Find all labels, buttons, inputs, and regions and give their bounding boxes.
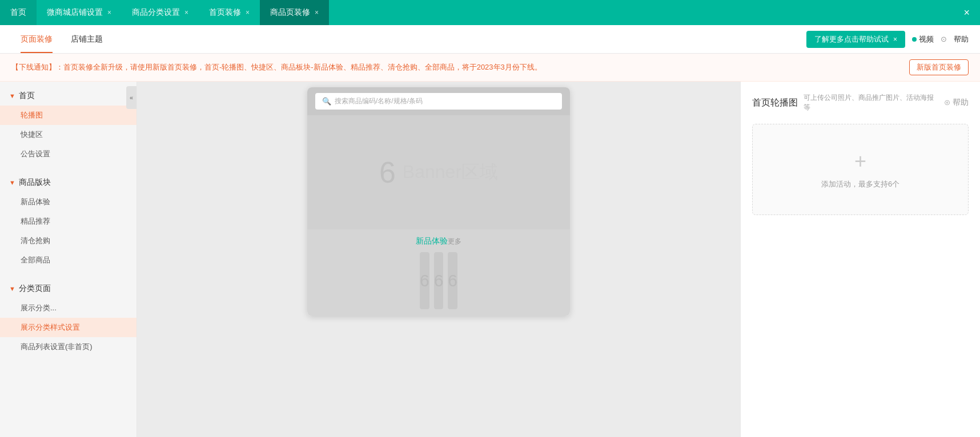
nav-tab-store-settings[interactable]: 微商城店铺设置 × [37,0,122,25]
search-placeholder: 搜索商品编码/名称/规格/条码 [335,96,423,106]
video-button[interactable]: 视频 [912,34,934,44]
add-area[interactable]: + 添加活动，最多支持6个 [752,124,969,215]
right-help-icon[interactable]: ⊙ 帮助 [944,98,969,108]
sidebar-item-show-category[interactable]: 展示分类... [0,298,136,318]
phone-frame: 🔍 搜索商品编码/名称/规格/条码 6 Banner区域 新品体验 更多 6 [307,87,570,316]
right-panel-description: 可上传公司照片、商品推广图片、活动海报等 [804,93,938,112]
product-placeholder-2: 6 [434,252,444,309]
nav-tab-store-settings-label: 微商城店铺设置 [47,7,103,18]
sidebar-item-featured-label: 精品推荐 [21,217,50,225]
sidebar-item-new-experience-label: 新品体验 [21,197,50,206]
sidebar-item-notice-label: 公告设置 [21,149,50,158]
help-text[interactable]: 帮助 [954,34,969,44]
top-nav: 首页 微商城店铺设置 × 商品分类设置 × 首页装修 × 商品页装修 × × [0,0,980,25]
notice-text: 【下线通知】：首页装修全新升级，请使用新版首页装修，首页-轮播图、快捷区、商品板… [11,62,902,72]
sidebar-item-slider[interactable]: 轮播图 [0,106,136,125]
sidebar-collapse-button[interactable]: « [126,86,136,109]
sidebar-item-shortcuts-label: 快捷区 [21,130,43,139]
nav-tab-category-settings[interactable]: 商品分类设置 × [122,0,199,25]
new-home-decorate-button[interactable]: 新版首页装修 [909,59,969,75]
nav-tab-product-decorate-close[interactable]: × [315,9,319,17]
sidebar-group-product-block-label: 商品版块 [19,177,51,188]
nav-tab-product-decorate[interactable]: 商品页装修 × [260,0,329,25]
nav-tab-category-settings-label: 商品分类设置 [132,7,180,18]
product-placeholder-3: 6 [448,252,457,309]
help-banner-close[interactable]: × [893,35,897,43]
sidebar-item-clearance[interactable]: 清仓抢购 [0,231,136,250]
sidebar-group-category-page-label: 分类页面 [19,284,51,294]
banner-text: Banner区域 [403,160,498,185]
nav-tab-home-decorate-label: 首页装修 [209,7,241,18]
nav-tab-store-settings-close[interactable]: × [107,9,111,17]
nav-tab-home-decorate[interactable]: 首页装修 × [199,0,260,25]
banner-logo-icon: 6 [379,155,396,189]
nav-tab-home-label: 首页 [10,7,26,18]
sidebar-item-category-style[interactable]: 展示分类样式设置 [0,318,136,337]
sub-tab-page-decorate-label: 页面装修 [21,34,53,44]
sidebar-item-product-list-settings-label: 商品列表设置(非首页) [21,342,93,351]
video-dot-icon [912,37,917,42]
sub-tab-store-theme-label: 店铺主题 [71,34,103,44]
add-label: 添加活动，最多支持6个 [821,179,899,189]
nav-tab-home-decorate-close[interactable]: × [246,9,250,17]
banner-logo: 6 Banner区域 [379,155,498,189]
arrow-category-page-icon: ▼ [9,285,15,292]
product-grid: 6 6 6 [420,252,457,309]
sidebar-item-category-style-label: 展示分类样式设置 [21,323,80,331]
sub-header: 页面装修 店铺主题 了解更多点击帮助试试 × 视频 ⊙ 帮助 [0,25,980,54]
sub-tab-page-decorate[interactable]: 页面装修 [11,25,62,53]
help-banner[interactable]: 了解更多点击帮助试试 × [806,31,905,48]
center-preview: 🔍 搜索商品编码/名称/规格/条码 6 Banner区域 新品体验 更多 6 [137,82,740,437]
sidebar: « ▼ 首页 轮播图 快捷区 公告设置 ▼ 商品版块 新品体验 [0,82,137,437]
product-placeholder-1: 6 [420,252,429,309]
arrow-home-icon: ▼ [9,92,15,99]
nav-tab-product-decorate-label: 商品页装修 [270,7,310,18]
sidebar-item-all-products[interactable]: 全部商品 [0,250,136,270]
sidebar-item-featured[interactable]: 精品推荐 [0,212,136,231]
sub-tab-store-theme[interactable]: 店铺主题 [62,25,112,53]
sidebar-item-product-list-settings[interactable]: 商品列表设置(非首页) [0,337,136,357]
sidebar-group-home-label: 首页 [19,91,35,101]
product-section-title: 新品体验 [416,236,448,246]
product-section: 新品体验 更多 6 6 6 [307,229,570,316]
phone-search-input[interactable]: 🔍 搜索商品编码/名称/规格/条码 [315,93,562,110]
sidebar-item-slider-label: 轮播图 [21,111,43,119]
product-section-header: 新品体验 更多 [416,236,461,246]
banner-area: 6 Banner区域 [307,115,570,229]
right-panel-header: 首页轮播图 可上传公司照片、商品推广图片、活动海报等 ⊙ 帮助 [752,93,969,112]
nav-tab-category-settings-close[interactable]: × [184,9,188,17]
product-section-more: 更多 [448,237,461,246]
right-panel: 首页轮播图 可上传公司照片、商品推广图片、活动海报等 ⊙ 帮助 + 添加活动，最… [740,82,980,437]
sidebar-item-new-experience[interactable]: 新品体验 [0,192,136,212]
video-label: 视频 [919,34,934,44]
sidebar-group-product-block[interactable]: ▼ 商品版块 [0,173,136,192]
search-icon: 🔍 [322,97,331,106]
phone-search-bar: 🔍 搜索商品编码/名称/规格/条码 [307,87,570,115]
sidebar-section-category-page: ▼ 分类页面 展示分类... 展示分类样式设置 商品列表设置(非首页) [0,274,136,361]
sidebar-item-show-category-label: 展示分类... [21,304,57,312]
help-icon: ⊙ [941,35,947,43]
sidebar-section-product-block: ▼ 商品版块 新品体验 精品推荐 清仓抢购 全部商品 [0,168,136,274]
sidebar-item-shortcuts[interactable]: 快捷区 [0,125,136,144]
sidebar-item-clearance-label: 清仓抢购 [21,236,50,245]
sidebar-item-all-products-label: 全部商品 [21,256,50,264]
sub-header-right: 了解更多点击帮助试试 × 视频 ⊙ 帮助 [806,31,969,48]
sidebar-item-notice[interactable]: 公告设置 [0,144,136,164]
main-layout: « ▼ 首页 轮播图 快捷区 公告设置 ▼ 商品版块 新品体验 [0,82,980,437]
nav-close-all-button[interactable]: × [953,0,980,25]
add-icon: + [854,149,866,173]
right-panel-title: 首页轮播图 [752,97,798,109]
nav-tab-home[interactable]: 首页 [0,0,37,25]
sidebar-section-home: ▼ 首页 轮播图 快捷区 公告设置 [0,82,136,168]
help-banner-text: 了解更多点击帮助试试 [814,34,889,44]
notice-bar: 【下线通知】：首页装修全新升级，请使用新版首页装修，首页-轮播图、快捷区、商品板… [0,54,980,82]
sidebar-group-category-page[interactable]: ▼ 分类页面 [0,279,136,298]
arrow-product-block-icon: ▼ [9,179,15,186]
sidebar-group-home[interactable]: ▼ 首页 [0,86,136,106]
